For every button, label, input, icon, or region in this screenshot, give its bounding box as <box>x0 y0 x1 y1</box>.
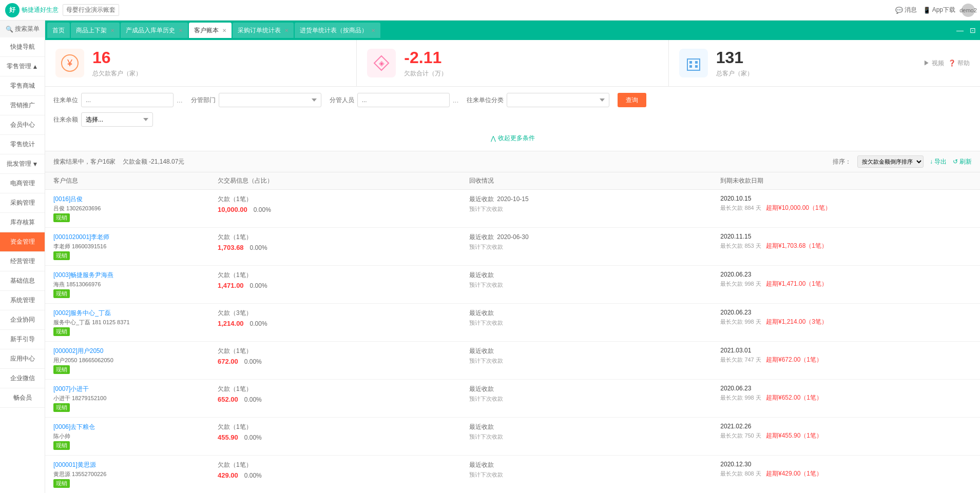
logo: 好 畅捷通好生意 <box>5 3 59 17</box>
stat-icon-building <box>679 49 708 77</box>
next-pay-label: 预计下次收款 <box>469 281 721 289</box>
customer-tag: 现销 <box>53 479 70 488</box>
sidebar-item-newbie[interactable]: 新手引导 <box>0 330 45 349</box>
tab-close-icon[interactable]: ✕ <box>110 28 114 33</box>
sidebar-item-basic-info[interactable]: 基础信息 <box>0 271 45 291</box>
filter-balance-select[interactable]: 选择... <box>81 112 153 127</box>
debt-count: 欠款（1笔） <box>218 271 469 280</box>
sidebar-item-enterprise-collab[interactable]: 企业协同 <box>0 310 45 330</box>
customer-name-link[interactable]: [0001020001]李老师 <box>53 233 218 242</box>
recovery-cell: 最近收款 预计下次收款 <box>469 347 721 365</box>
help-link[interactable]: ❓ 帮助 <box>948 59 970 68</box>
tab-close-icon[interactable]: ✕ <box>222 28 226 33</box>
filter-manager-input[interactable] <box>357 93 450 107</box>
filter-source-unit-input[interactable] <box>81 93 174 107</box>
filter-dept-select[interactable] <box>219 93 321 107</box>
customer-tag: 现销 <box>53 289 70 298</box>
overdue-days-text: 最长欠款 884 天 <box>720 205 761 211</box>
sidebar-item-marketing[interactable]: 营销推广 <box>0 96 45 115</box>
sort-select[interactable]: 按欠款金额倒序排序 <box>857 155 924 168</box>
refresh-button[interactable]: ↺ 刷新 <box>953 157 972 166</box>
video-link[interactable]: ▶ 视频 <box>924 59 944 68</box>
next-pay-label: 预计下次收款 <box>469 357 721 365</box>
tab-close-icon[interactable]: ✕ <box>371 28 375 33</box>
filter-category-select[interactable] <box>507 93 609 107</box>
sidebar-item-capital[interactable]: 资金管理 <box>0 232 45 252</box>
due-date-cell: 2020.11.15 最长欠款 853 天 超期¥1,703.68（1笔） <box>720 233 972 250</box>
next-pay-label: 预计下次收款 <box>469 395 721 403</box>
sidebar-item-ecommerce[interactable]: 电商管理 <box>0 174 45 193</box>
tab-collapse-button[interactable]: — <box>954 25 966 35</box>
export-button[interactable]: ↓ 导出 <box>930 157 947 166</box>
filter-source-unit-picker[interactable]: ... <box>177 96 183 104</box>
due-date: 2020.06.23 <box>720 309 972 316</box>
filter-source-unit: 往来单位 ... <box>53 93 183 107</box>
debt-amount: 1,214.00 <box>218 320 244 327</box>
sidebar-item-purchase[interactable]: 采购管理 <box>0 193 45 213</box>
tab-customer-account[interactable]: 客户账本 ✕ <box>189 23 232 38</box>
customer-name-link[interactable]: [0003]畅捷服务尹海燕 <box>53 271 218 280</box>
overdue-link[interactable]: 超期¥1,703.68（1笔） <box>766 242 828 249</box>
sidebar-item-biz-mgmt[interactable]: 经营管理 <box>0 252 45 271</box>
tab-expand-button[interactable]: ⊡ <box>968 25 978 35</box>
customer-name-link[interactable]: [0007]小进干 <box>53 385 218 393</box>
due-date: 2020.06.23 <box>720 385 972 392</box>
overdue-link[interactable]: 超期¥10,000.00（1笔） <box>766 204 831 211</box>
debt-count: 欠款（1笔） <box>218 195 469 204</box>
sidebar-item-retail-stats[interactable]: 零售统计 <box>0 135 45 154</box>
message-button[interactable]: 💬 消息 <box>895 6 917 14</box>
stat-value-total: 131 <box>716 48 753 67</box>
debt-info-cell: 欠款（1笔） 652.00 0.00% <box>218 385 469 403</box>
overdue-link[interactable]: 超期¥429.00（1笔） <box>766 470 822 477</box>
app-download-button[interactable]: 📱 App下载 <box>923 6 955 14</box>
app-label: App下载 <box>932 6 955 14</box>
sidebar-item-member-plus[interactable]: 畅会员 <box>0 388 45 408</box>
tab-close-icon[interactable]: ✕ <box>284 28 289 33</box>
overdue-link[interactable]: 超期¥455.90（1笔） <box>766 432 822 439</box>
stat-label-debt-total: 欠款合计（万） <box>404 69 447 78</box>
sidebar-item-member-center[interactable]: 会员中心 <box>0 115 45 135</box>
search-button[interactable]: 查询 <box>618 93 646 107</box>
due-date-cell: 2020.06.23 最长欠款 998 天 超期¥1,214.00（3笔） <box>720 309 972 326</box>
customer-name-link[interactable]: [000002]用户2050 <box>53 347 218 356</box>
customer-name-link[interactable]: [0002]服务中心_丁磊 <box>53 309 218 318</box>
sidebar-item-quicknav[interactable]: 快捷导航 <box>0 37 45 57</box>
overdue-days-text: 最长欠款 750 天 <box>720 432 761 439</box>
result-count-text: 搜索结果中，客户16家 <box>53 158 116 165</box>
debt-count: 欠款（1笔） <box>218 347 469 356</box>
customer-name-link[interactable]: [0006]去下粮仓 <box>53 423 218 431</box>
sidebar-search[interactable]: 🔍 搜索菜单 <box>0 21 45 37</box>
tab-home[interactable]: 首页 <box>47 23 70 38</box>
overdue-link[interactable]: 超期¥1,214.00（3笔） <box>766 318 828 325</box>
customer-info-cell: [0002]服务中心_丁磊 服务中心_丁磊 181 0125 8371 现销 <box>53 309 218 336</box>
tab-product-listing[interactable]: 商品上下架 ✕ <box>71 23 120 38</box>
tab-purchase-order[interactable]: 采购订单统计表 ✕ <box>233 23 294 38</box>
collapse-filter-button[interactable]: ⋀ 收起更多条件 <box>53 132 972 145</box>
next-pay-label: 预计下次收款 <box>469 243 721 251</box>
sidebar-item-retail-mall[interactable]: 零售商城 <box>0 76 45 96</box>
sidebar-item-retail-mgmt[interactable]: 零售管理 ▲ <box>0 57 45 76</box>
data-table: 客户信息 欠交易信息（占比） 回收情况 到期未收款日期 [0016]吕俊 吕俊 … <box>45 172 980 493</box>
system-name[interactable]: 母婴行业演示账套 <box>63 4 119 16</box>
sidebar-item-batch-mgmt[interactable]: 批发管理 ▼ <box>0 154 45 174</box>
table-row: [000002]用户2050 用户2050 18665062050 现销 欠款（… <box>45 342 980 380</box>
filter-manager-picker[interactable]: ... <box>453 96 459 104</box>
sidebar-item-inventory[interactable]: 库存核算 <box>0 213 45 232</box>
customer-name-link[interactable]: [0016]吕俊 <box>53 195 218 204</box>
sidebar-item-enterprise-wechat[interactable]: 企业微信 <box>0 369 45 388</box>
tab-close-icon[interactable]: ✕ <box>179 28 183 33</box>
overdue-link[interactable]: 超期¥1,471.00（1笔） <box>766 280 828 287</box>
avatar[interactable]: demo2 <box>962 4 975 17</box>
tab-product-inbound[interactable]: 产成品入库单历史 ✕ <box>121 23 188 38</box>
sort-label: 排序： <box>833 157 851 166</box>
sidebar-item-system[interactable]: 系统管理 <box>0 291 45 310</box>
tab-import-stats[interactable]: 进货单统计表（按商品） ✕ <box>295 23 380 38</box>
overdue-link[interactable]: 超期¥672.00（1笔） <box>766 356 822 363</box>
sidebar-item-app-center[interactable]: 应用中心 <box>0 349 45 369</box>
message-label: 消息 <box>905 6 917 14</box>
debt-ratio: 0.00% <box>244 434 262 441</box>
overdue-link[interactable]: 超期¥652.00（1笔） <box>766 394 822 401</box>
svg-rect-7 <box>689 65 692 68</box>
customer-name-link[interactable]: [000001]黄思源 <box>53 461 218 469</box>
debt-count: 欠款（1笔） <box>218 423 469 431</box>
